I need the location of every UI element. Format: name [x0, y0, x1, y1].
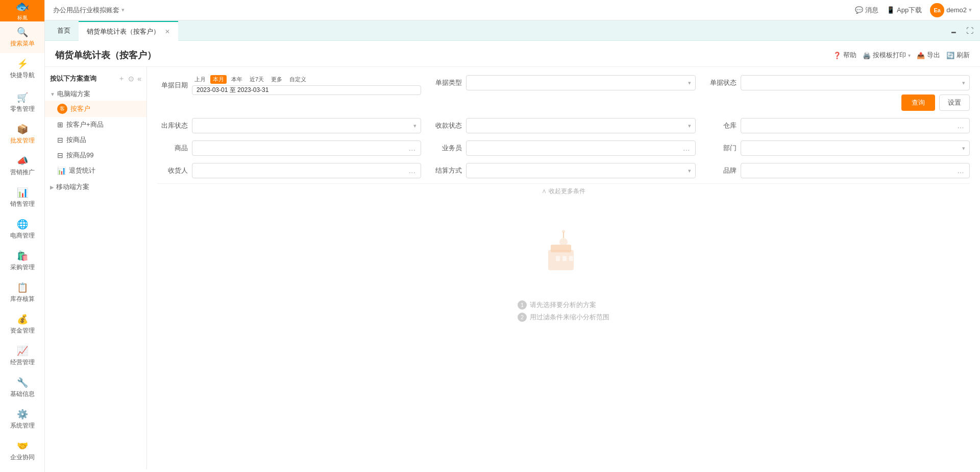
setting-button[interactable]: 设置 — [939, 95, 970, 111]
tree-group-mobile-header[interactable]: ▶ 移动端方案 — [45, 180, 146, 194]
tab-close-icon[interactable]: ✕ — [165, 28, 170, 35]
collect-status-select[interactable]: ▾ — [466, 118, 695, 133]
sales-icon: 📊 — [17, 187, 28, 198]
sidebar-item-label: 营销推广 — [10, 168, 35, 177]
message-label: 消息 — [865, 6, 878, 15]
receiver-select[interactable]: … — [192, 163, 421, 178]
tree-item-return-stat[interactable]: 📊 退货统计 — [45, 163, 146, 178]
tab-maximize-btn[interactable]: ⛶ — [964, 25, 976, 37]
tab-sales-stat[interactable]: 销货单统计表（按客户） ✕ — [79, 21, 178, 41]
sidebar-item-quick-nav[interactable]: ⚡ 快捷导航 — [0, 53, 45, 85]
refresh-btn[interactable]: 🔄 刷新 — [946, 51, 970, 60]
sidebar-item-marketing[interactable]: 📣 营销推广 — [0, 150, 45, 182]
out-status-select[interactable]: ▾ — [192, 118, 421, 133]
order-status-select[interactable]: ▾ — [741, 75, 970, 90]
tabbar: 首页 销货单统计表（按客户） ✕ 🗕 ⛶ — [45, 20, 980, 41]
arrow-down-icon: ▼ — [50, 91, 55, 97]
sidebar-item-search[interactable]: 🔍 搜索菜单 — [0, 21, 45, 53]
page-header: 销货单统计表（按客户） ❓ 帮助 🖨️ 按模板打印 ▾ 📤 导出 🔄 刷新 — [45, 41, 980, 67]
sidebar-item-wholesale[interactable]: 📦 批发管理 — [0, 119, 45, 150]
sidebar-item-retail[interactable]: 🛒 零售管理 — [0, 87, 45, 119]
receiver-group: 收货人 … — [157, 163, 421, 178]
salesperson-label: 业务员 — [431, 144, 462, 153]
salesperson-select[interactable]: … — [466, 140, 695, 156]
date-btn-custom[interactable]: 自定义 — [287, 75, 309, 84]
help-btn[interactable]: ❓ 帮助 — [833, 51, 856, 60]
date-btn-7days[interactable]: 近7天 — [247, 75, 266, 84]
date-btn-more[interactable]: 更多 — [268, 75, 285, 84]
edit-scheme-btn[interactable]: ⊙ — [128, 75, 134, 83]
user-menu[interactable]: Ea demo2 ▾ — [930, 3, 972, 17]
svg-rect-7 — [569, 256, 573, 261]
collect-status-label: 收款状态 — [431, 121, 462, 130]
warehouse-select[interactable]: … — [741, 118, 970, 133]
app-download-btn[interactable]: 📱 App下载 — [887, 6, 922, 15]
tree-item-by-customer-product[interactable]: ⊞ 按客户+商品 — [45, 117, 146, 132]
salesperson-group: 业务员 … — [431, 140, 695, 156]
empty-hint: 1 请先选择要分析的方案 2 用过滤条件来缩小分析范围 — [518, 300, 609, 322]
order-type-row: 单据类型 ▾ — [431, 75, 695, 90]
date-btn-this-year[interactable]: 本年 — [229, 75, 245, 84]
product-selector[interactable]: 办公用品行业模拟账套 ▾ — [53, 6, 125, 15]
date-range-input[interactable]: 2023-03-01 至 2023-03-31 — [192, 85, 421, 95]
sidebar-item-label: 批发管理 — [10, 136, 35, 145]
product-select[interactable]: … — [192, 140, 421, 156]
tree-item-by-product-99[interactable]: ⊟ 按商品99 — [45, 148, 146, 163]
hint-num-1: 1 — [518, 300, 527, 310]
query-button[interactable]: 查询 — [901, 95, 935, 111]
settle-method-select[interactable]: ▾ — [466, 163, 695, 178]
tree-group-desktop-header[interactable]: ▼ 电脑端方案 — [45, 87, 146, 101]
filter-row-1: 单据日期 上月 本月 本年 近7天 更多 自定义 — [157, 75, 970, 111]
sidebar-item-purchase[interactable]: 🛍️ 采购管理 — [0, 245, 45, 277]
svg-point-2 — [559, 238, 568, 246]
tab-home[interactable]: 首页 — [49, 20, 79, 41]
svg-rect-1 — [551, 245, 571, 252]
collect-status-row: 收款状态 ▾ — [431, 118, 695, 133]
order-type-select[interactable]: ▾ — [466, 75, 695, 90]
product-group: 商品 … — [157, 140, 421, 156]
sidebar-item-inventory[interactable]: 📋 库存核算 — [0, 277, 45, 309]
tree-item-by-customer[interactable]: 客 按客户 — [45, 101, 146, 117]
tab-minimize-btn[interactable]: 🗕 — [947, 25, 960, 37]
sidebar-item-finance[interactable]: 💰 资金管理 — [0, 309, 45, 340]
panel-header-label: 按以下方案查询 — [50, 74, 96, 83]
hint-text-1: 请先选择要分析的方案 — [530, 300, 596, 310]
sidebar-item-label: 电商管理 — [10, 231, 35, 240]
brand-row: 品牌 … — [706, 163, 970, 178]
svg-point-4 — [562, 230, 565, 233]
sidebar-item-label: 快捷导航 — [10, 71, 35, 80]
export-btn[interactable]: 📤 导出 — [917, 51, 940, 60]
sidebar-item-sales[interactable]: 📊 销售管理 — [0, 182, 45, 214]
add-scheme-btn[interactable]: ＋ — [118, 74, 125, 83]
collapse-bar[interactable]: ∧ 收起更多条件 — [157, 183, 970, 199]
date-filter-group: 单据日期 上月 本月 本年 近7天 更多 自定义 — [157, 75, 421, 95]
app-logo[interactable]: 🐟 标胤 — [0, 0, 45, 21]
app-download-icon: 📱 — [887, 6, 895, 14]
tree-item-by-product[interactable]: ⊟ 按商品 — [45, 132, 146, 148]
template-print-btn[interactable]: 🖨️ 按模板打印 ▾ — [863, 51, 911, 60]
brand-label: 品牌 — [706, 166, 737, 175]
date-range-value: 2023-03-01 至 2023-03-31 — [197, 86, 268, 95]
sidebar-item-system[interactable]: ⚙️ 系统管理 — [0, 404, 45, 435]
sidebar-item-basic[interactable]: 🔧 基础信息 — [0, 372, 45, 404]
sidebar-item-label: 基础信息 — [10, 390, 35, 398]
filter-row-3: 商品 … 业务员 … — [157, 140, 970, 156]
refresh-icon: 🔄 — [946, 52, 954, 59]
finance-icon: 💰 — [17, 314, 28, 325]
date-btn-last-month[interactable]: 上月 — [192, 75, 208, 84]
date-btn-this-month[interactable]: 本月 — [210, 75, 227, 84]
sidebar-item-cooperation[interactable]: 🤝 企业协同 — [0, 435, 45, 467]
tab-home-label: 首页 — [57, 26, 70, 35]
date-label: 单据日期 — [157, 81, 188, 90]
sidebar-item-operation[interactable]: 📈 经营管理 — [0, 340, 45, 372]
tabbar-actions: 🗕 ⛶ — [947, 25, 976, 37]
sidebar: 🐟 标胤 🔍 搜索菜单 ⚡ 快捷导航 🛒 零售管理 📦 批发管理 📣 营销推广 … — [0, 0, 45, 472]
collapse-panel-btn[interactable]: « — [137, 75, 141, 83]
brand-select[interactable]: … — [741, 163, 970, 178]
dept-select[interactable]: ▾ — [741, 140, 970, 156]
message-btn[interactable]: 💬 消息 — [855, 6, 878, 15]
sidebar-item-ecommerce[interactable]: 🌐 电商管理 — [0, 214, 45, 245]
sidebar-item-label: 库存核算 — [10, 295, 35, 303]
panel-header: 按以下方案查询 ＋ ⊙ « — [45, 72, 146, 87]
sidebar-item-newbie[interactable]: 🎯 新手引导 — [0, 467, 45, 472]
